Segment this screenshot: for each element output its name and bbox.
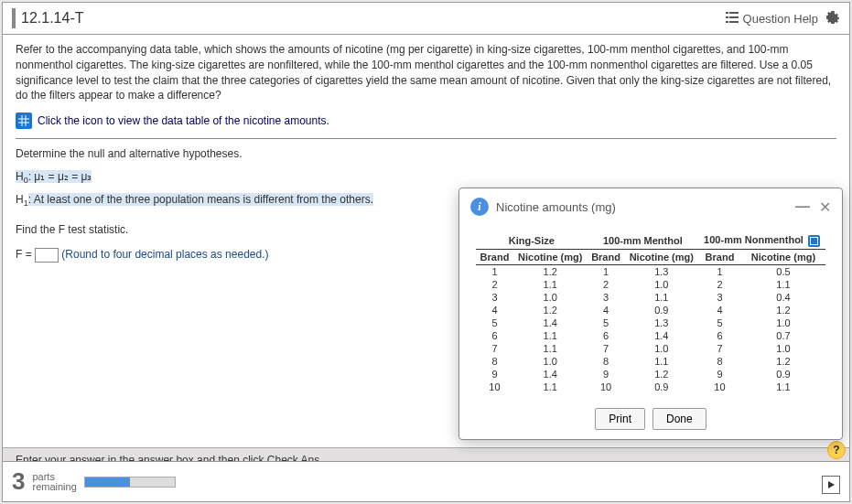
svg-rect-2 bbox=[726, 16, 728, 18]
data-table: King-Size 100-mm Menthol 100-mm Nonmenth… bbox=[476, 232, 825, 393]
svg-rect-4 bbox=[726, 21, 728, 23]
progress-bar bbox=[84, 477, 176, 488]
minimize-button[interactable]: — bbox=[795, 198, 810, 216]
dialog-title: Nicotine amounts (mg) bbox=[496, 200, 788, 214]
svg-rect-5 bbox=[729, 21, 739, 23]
determine-label: Determine the null and alternative hypot… bbox=[16, 146, 836, 162]
table-row: 101.1100.9101.1 bbox=[476, 381, 825, 393]
parts-count: 3 bbox=[12, 467, 25, 496]
group-head-0: King-Size bbox=[476, 232, 588, 249]
table-icon bbox=[16, 113, 32, 129]
footer-bar: 3 parts remaining bbox=[3, 461, 849, 501]
view-data-link[interactable]: Click the icon to view the data table of… bbox=[16, 113, 836, 129]
gear-icon[interactable] bbox=[825, 10, 840, 27]
f-equals: F = bbox=[16, 248, 32, 261]
table-row: 21.121.021.1 bbox=[476, 278, 825, 291]
copy-icon[interactable] bbox=[808, 235, 820, 247]
data-link-label: Click the icon to view the data table of… bbox=[38, 113, 329, 129]
remaining-label: remaining bbox=[32, 482, 76, 492]
app-window: 12.1.14-T Question Help Refer to the acc… bbox=[2, 2, 850, 502]
top-bar: 12.1.14-T Question Help bbox=[3, 3, 849, 35]
table-row: 31.031.130.4 bbox=[476, 291, 825, 304]
close-button[interactable]: ✕ bbox=[819, 198, 831, 216]
next-button[interactable] bbox=[822, 476, 840, 494]
parts-label: parts bbox=[32, 472, 76, 482]
group-head-2: 100-mm Nonmenthol bbox=[698, 232, 825, 249]
table-row: 71.171.071.0 bbox=[476, 342, 825, 355]
help-icon[interactable]: ? bbox=[827, 441, 846, 459]
list-icon bbox=[725, 10, 739, 27]
info-icon: i bbox=[470, 198, 489, 216]
question-help-button[interactable]: Question Help bbox=[725, 10, 818, 27]
svg-marker-11 bbox=[828, 481, 835, 488]
print-button[interactable]: Print bbox=[595, 408, 645, 430]
svg-rect-3 bbox=[729, 16, 739, 18]
table-row: 51.451.351.0 bbox=[476, 316, 825, 329]
data-dialog: i Nicotine amounts (mg) — ✕ King-Size 10… bbox=[458, 188, 843, 440]
done-button[interactable]: Done bbox=[652, 408, 706, 430]
problem-text: Refer to the accompanying data table, wh… bbox=[16, 42, 836, 103]
null-hypothesis: H0: μ₁ = μ₂ = μ₃ bbox=[16, 169, 836, 187]
table-row: 61.161.460.7 bbox=[476, 329, 825, 342]
table-row: 11.211.310.5 bbox=[476, 264, 825, 278]
f-hint: (Round to four decimal places as needed.… bbox=[61, 248, 268, 261]
question-number: 12.1.14-T bbox=[12, 8, 83, 28]
group-head-1: 100-mm Menthol bbox=[588, 232, 699, 249]
svg-rect-6 bbox=[18, 115, 29, 126]
table-row: 81.081.181.2 bbox=[476, 355, 825, 368]
divider bbox=[16, 138, 836, 139]
table-row: 41.240.941.2 bbox=[476, 304, 825, 316]
svg-rect-0 bbox=[726, 12, 728, 14]
table-row: 91.491.290.9 bbox=[476, 368, 825, 381]
question-help-label: Question Help bbox=[743, 12, 818, 26]
svg-rect-1 bbox=[729, 12, 739, 14]
f-input[interactable] bbox=[35, 248, 59, 263]
